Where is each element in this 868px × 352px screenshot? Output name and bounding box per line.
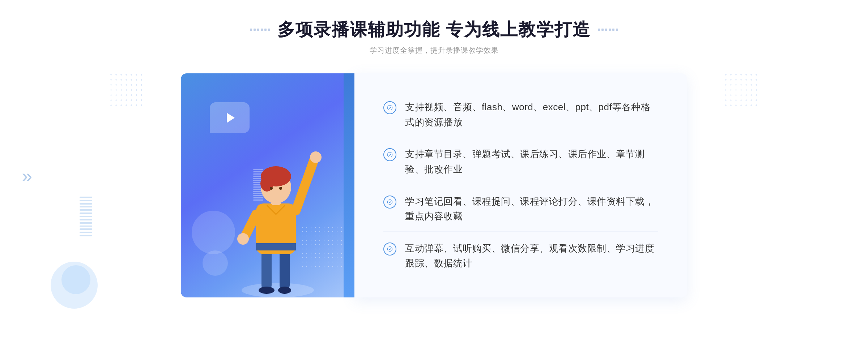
feature-item-2: 支持章节目录、弹题考试、课后练习、课后作业、章节测验、批改作业 — [383, 139, 658, 184]
title-dots-left — [250, 29, 270, 31]
card-deco-circle-2 — [203, 250, 228, 276]
feature-text-1: 支持视频、音频、flash、word、excel、ppt、pdf等各种格式的资源… — [405, 100, 658, 130]
feature-item-4: 互动弹幕、试听购买、微信分享、观看次数限制、学习进度跟踪、数据统计 — [383, 234, 658, 278]
svg-point-18 — [387, 153, 392, 158]
svg-point-11 — [270, 187, 273, 190]
svg-point-16 — [237, 233, 249, 245]
check-icon-1 — [383, 101, 396, 114]
deco-circle-small — [61, 265, 90, 294]
decorative-dots-right — [723, 72, 760, 108]
content-area: 支持视频、音频、flash、word、excel、ppt、pdf等各种格式的资源… — [181, 73, 687, 297]
left-chevron-icon: » — [22, 165, 32, 187]
title-row: 多项录播课辅助功能 专为线上教学打造 — [250, 18, 618, 41]
feature-item-3: 学习笔记回看、课程提问、课程评论打分、课件资料下载，重点内容收藏 — [383, 187, 658, 232]
main-title: 多项录播课辅助功能 专为线上教学打造 — [277, 18, 590, 41]
check-icon-2 — [383, 148, 396, 161]
svg-line-13 — [296, 160, 314, 211]
feature-text-3: 学习笔记回看、课程提问、课程评论打分、课件资料下载，重点内容收藏 — [405, 194, 658, 224]
character-illustration — [227, 124, 328, 297]
deco-stripes — [80, 197, 92, 236]
feature-text-2: 支持章节目录、弹题考试、课后练习、课后作业、章节测验、批改作业 — [405, 147, 658, 177]
svg-point-4 — [278, 287, 291, 294]
features-card: 支持视频、音频、flash、word、excel、ppt、pdf等各种格式的资源… — [354, 73, 687, 297]
svg-point-12 — [279, 187, 282, 190]
illustration-card — [181, 73, 354, 297]
feature-item-1: 支持视频、音频、flash、word、excel、ppt、pdf等各种格式的资源… — [383, 93, 658, 137]
check-icon-3 — [383, 196, 396, 209]
svg-point-3 — [259, 287, 275, 294]
blue-vertical-bar — [344, 73, 354, 297]
subtitle: 学习进度全掌握，提升录播课教学效果 — [370, 46, 499, 55]
check-icon-4 — [383, 242, 396, 256]
svg-point-14 — [310, 151, 322, 163]
title-dots-right — [598, 29, 618, 31]
svg-line-15 — [245, 214, 256, 236]
svg-point-0 — [242, 283, 314, 297]
header-section: 多项录播课辅助功能 专为线上教学打造 学习进度全掌握，提升录播课教学效果 — [250, 18, 618, 55]
svg-point-17 — [387, 105, 392, 110]
svg-point-19 — [387, 199, 392, 205]
page-wrapper: » 多项录播课辅助功能 专为线上教学打造 学习进度全掌握，提升录播课教学效果 — [0, 0, 868, 352]
decorative-dots-left — [109, 72, 145, 108]
play-triangle-icon — [227, 113, 235, 123]
svg-rect-6 — [256, 243, 296, 250]
feature-text-4: 互动弹幕、试听购买、微信分享、观看次数限制、学习进度跟踪、数据统计 — [405, 241, 658, 271]
svg-point-20 — [387, 246, 392, 252]
